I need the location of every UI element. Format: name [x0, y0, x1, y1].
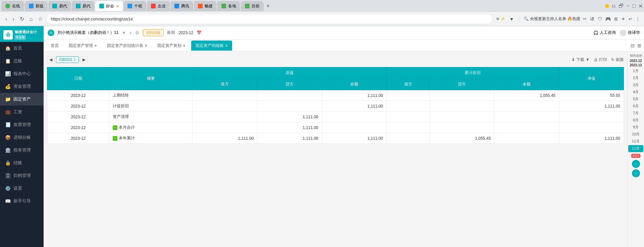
- sidebar-item-reports[interactable]: 📊 报表中心: [0, 67, 44, 80]
- bookmark-button[interactable]: ☆: [37, 15, 44, 23]
- period-month-6[interactable]: 6月: [628, 103, 644, 110]
- refresh-btn[interactable]: ↻ 刷新: [611, 57, 624, 63]
- window-minimize-btn[interactable]: −: [627, 3, 630, 9]
- page-tab-fixed-mgmt[interactable]: 固定资产管理 ✕: [64, 41, 101, 51]
- sun-icon[interactable]: ☀: [621, 16, 625, 21]
- period-month-7[interactable]: 7月: [628, 110, 644, 117]
- close-detail-tab[interactable]: ✕: [225, 44, 228, 48]
- download-btn[interactable]: ⬇ 下载 ▼: [572, 57, 590, 63]
- favicon-yidai1: [52, 4, 57, 8]
- row4-summary-text: 本月合计: [119, 125, 135, 130]
- scroll-up-btn[interactable]: ↑: [632, 160, 640, 168]
- row4-orig-debit: [193, 122, 257, 133]
- period-month-12[interactable]: 12月: [628, 145, 643, 152]
- browser-tab-gedi[interactable]: 各地: [217, 1, 240, 11]
- subtotal-icon: ✓: [113, 125, 117, 130]
- prev-page-btn[interactable]: ◀: [47, 56, 55, 63]
- maximize-panel-btn[interactable]: ⊞: [637, 43, 641, 48]
- scroll-down-btn[interactable]: ↓: [632, 169, 640, 177]
- sidebar-item-guide[interactable]: 📖 新手引导: [0, 195, 44, 207]
- print-btn[interactable]: 🖨 打印: [594, 57, 607, 63]
- sidebar-item-funds[interactable]: 💰 资金管理: [0, 80, 44, 93]
- page-tab-depreciation-stats[interactable]: 固定资产折旧统计表 ✕: [103, 41, 152, 51]
- add-tab-button[interactable]: +: [264, 3, 272, 10]
- th-original-value: 原值: [193, 67, 387, 79]
- period-month-5[interactable]: 5月: [628, 96, 644, 103]
- home-button[interactable]: ⌂: [28, 15, 34, 23]
- browser-tab-muqian[interactable]: 目前: [241, 1, 264, 11]
- next-page-btn[interactable]: ▶: [80, 56, 88, 63]
- sidebar-item-inventory[interactable]: 📦 进销台账: [0, 131, 44, 144]
- logo-title: 畅捷通好会计: [15, 29, 37, 35]
- th-date: 日期: [47, 67, 109, 90]
- sidebar-item-close[interactable]: 🔒 结账: [0, 157, 44, 169]
- browser-tab-tencent[interactable]: 腾讯: [170, 1, 193, 11]
- back-button[interactable]: ‹: [4, 15, 8, 23]
- period-month-3[interactable]: 3月: [628, 81, 644, 88]
- close-dep-stats-tab[interactable]: ✕: [145, 44, 147, 48]
- period-month-10[interactable]: 10月: [628, 131, 644, 138]
- user-btn[interactable]: 徐译华: [620, 29, 640, 36]
- support-btn[interactable]: 🎧 人工咨询: [593, 30, 616, 36]
- window-maximize-btn[interactable]: □: [632, 3, 636, 9]
- browser-tab-online[interactable]: 在线: [1, 1, 24, 11]
- sidebar-item-invoice[interactable]: 🧾 发票管理: [0, 118, 44, 131]
- translate-icon[interactable]: 译: [590, 16, 594, 22]
- forward-button[interactable]: ›: [11, 15, 15, 23]
- th-accum-credit: 贷方: [430, 79, 494, 90]
- sidebar-item-tax[interactable]: 🏛️ 税务管理: [0, 144, 44, 157]
- browser-tab-yidai2[interactable]: 易代: [72, 1, 95, 11]
- period-month-9[interactable]: 9月: [628, 124, 644, 131]
- tab-label-haokuai: 好会: [106, 3, 114, 9]
- row1-accum-credit: [430, 90, 494, 101]
- undo-icon[interactable]: ↩: [629, 16, 632, 21]
- period-year2[interactable]: 2023.12: [629, 63, 642, 67]
- account-dropdown-icon[interactable]: ▼: [122, 30, 126, 35]
- row2-net-value: 1,111.00: [559, 101, 624, 112]
- game-icon[interactable]: 🎮: [605, 16, 611, 21]
- more-icon[interactable]: ⋮: [636, 16, 640, 21]
- sidebar-item-ledger[interactable]: 📋 总账: [0, 55, 44, 67]
- reload-button[interactable]: ↻: [18, 15, 25, 23]
- period-month-4[interactable]: 4月: [628, 88, 644, 96]
- page-tab-category[interactable]: 固定资产类别 ✕: [153, 41, 190, 51]
- period-month-1[interactable]: 1月: [628, 67, 644, 74]
- period-month-2[interactable]: 2月: [628, 74, 644, 81]
- th-orig-balance: 余额: [322, 79, 387, 90]
- window-close-btn[interactable]: ✕: [638, 3, 643, 9]
- browser-tab-yidai1[interactable]: 易代: [48, 1, 71, 11]
- scissors-icon[interactable]: ✂: [583, 16, 587, 21]
- period-month-11[interactable]: 11月: [628, 138, 644, 145]
- page-tab-home[interactable]: 首页: [46, 41, 63, 51]
- sidebar-item-home[interactable]: 🏠 首页: [0, 42, 44, 55]
- row4-date: 2023-12: [47, 122, 109, 133]
- browser-tab-qiye[interactable]: 企业: [147, 1, 170, 11]
- address-input[interactable]: [47, 14, 492, 24]
- add-account-icon[interactable]: +: [129, 30, 132, 36]
- tab-close-haokuai[interactable]: ✕: [116, 4, 119, 8]
- calendar-icon[interactable]: 📅: [197, 30, 202, 35]
- expand-address-btn[interactable]: ▼: [508, 16, 515, 22]
- shield-icon[interactable]: 🛡: [598, 16, 602, 21]
- grid-icon[interactable]: ⊞: [614, 16, 618, 21]
- notif-badge[interactable]: [605, 4, 609, 8]
- close-fixed-mgmt-tab[interactable]: ✕: [94, 44, 97, 48]
- settings-small-icon[interactable]: ⚙: [135, 30, 140, 36]
- page-tab-detail-ledger[interactable]: 固定资产明细账 ✕: [191, 41, 232, 51]
- period-year1[interactable]: 2023.12: [629, 59, 642, 63]
- page-tab-dep-stats-label: 固定资产折旧统计表: [107, 43, 143, 49]
- period-month-8[interactable]: 8月: [628, 117, 644, 124]
- tab-label-yidai2: 易代: [83, 3, 91, 9]
- browser-tab-new[interactable]: 新版: [25, 1, 48, 11]
- browser-tab-geshui[interactable]: 个税: [123, 1, 146, 11]
- sidebar-item-settings[interactable]: ⚙️ 设置: [0, 182, 44, 195]
- sidebar-item-archive[interactable]: 🗄️ 归档管理: [0, 169, 44, 182]
- browser-tab-haokuai[interactable]: 好会 ✕: [95, 1, 123, 11]
- close-category-tab[interactable]: ✕: [183, 44, 185, 48]
- sidebar-item-payroll[interactable]: 💼 工资: [0, 106, 44, 118]
- minimize-panel-btn[interactable]: ⊟: [631, 43, 635, 48]
- browser-tab-changjie[interactable]: 畅捷: [194, 1, 217, 11]
- sidebar-item-fixed-assets[interactable]: 📁 固定资产: [0, 93, 44, 106]
- window-restore-btn[interactable]: 🗗: [619, 3, 624, 9]
- switch-to-old-btn[interactable]: 切到旧版: [143, 29, 164, 36]
